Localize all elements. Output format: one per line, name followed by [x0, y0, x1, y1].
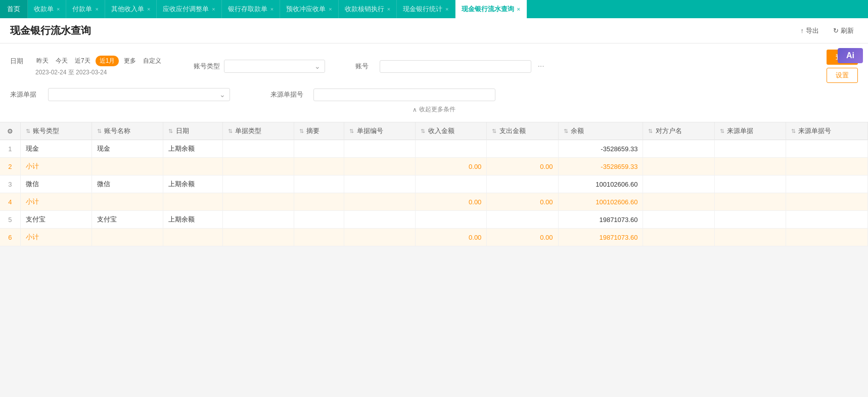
close-icon[interactable]: ×: [445, 6, 448, 12]
close-icon[interactable]: ×: [329, 6, 332, 12]
ai-badge[interactable]: Ai: [838, 48, 863, 63]
table-header-row: ⚙ 账号类型 账号名称 日期 单据类型: [0, 122, 868, 140]
nav-tab-qitashouru[interactable]: 其他收入单 ×: [105, 0, 157, 18]
table-cell: [416, 140, 487, 158]
nav-tab-yushoudan[interactable]: 预收冲应收单 ×: [280, 0, 338, 18]
sort-icon[interactable]: [228, 127, 234, 135]
date-shortcut-1month[interactable]: 近1月: [96, 56, 119, 66]
nav-tab-xianjintongji[interactable]: 现金银行统计 ×: [397, 0, 455, 18]
table-cell: [786, 175, 867, 193]
table-row[interactable]: 1现金现金上期余额-3528659.33: [0, 140, 868, 158]
close-icon[interactable]: ×: [147, 6, 150, 12]
table-cell: [344, 229, 415, 246]
table-cell: [294, 175, 344, 193]
table-row[interactable]: 6小计0.000.0019871073.60: [0, 229, 868, 246]
close-icon[interactable]: ×: [57, 6, 60, 12]
table-cell: [222, 158, 294, 175]
col-income: 收入金额: [416, 122, 487, 140]
table-row[interactable]: 5支付宝支付宝上期余额19871073.60: [0, 211, 868, 229]
nav-home[interactable]: 首页: [0, 0, 28, 18]
source-doc-label: 来源单据: [10, 90, 38, 99]
page-title: 现金银行流水查询: [10, 24, 91, 37]
date-label: 日期: [10, 57, 30, 66]
sort-icon[interactable]: [791, 127, 797, 135]
table-row[interactable]: 2小计0.000.00-3528659.33: [0, 158, 868, 175]
table-cell: [786, 229, 867, 246]
col-balance: 余额: [558, 122, 643, 140]
collapse-bar[interactable]: ∧ 收起更多条件: [10, 103, 858, 118]
sort-icon[interactable]: [720, 127, 725, 135]
table-cell: [92, 158, 163, 175]
close-icon[interactable]: ×: [95, 6, 98, 12]
table-cell: 3: [0, 175, 20, 193]
table-cell: [643, 229, 714, 246]
table-cell: 0.00: [487, 193, 558, 211]
date-shortcut-more[interactable]: 更多: [122, 56, 138, 66]
table-cell: [643, 158, 714, 175]
table-cell: [163, 158, 222, 175]
export-button[interactable]: ↑ 导出: [797, 24, 824, 37]
date-shortcut-custom[interactable]: 自定义: [141, 56, 163, 66]
col-summary: 摘要: [294, 122, 344, 140]
table-cell: [344, 158, 415, 175]
table-cell: 0.00: [487, 158, 558, 175]
data-table: ⚙ 账号类型 账号名称 日期 单据类型: [0, 122, 868, 246]
col-account-name: 账号名称: [92, 122, 163, 140]
sort-icon[interactable]: [97, 127, 103, 135]
nav-tab-shoukuanhexiao[interactable]: 收款核销执行 ×: [339, 0, 397, 18]
table-cell: 微信: [20, 175, 92, 193]
date-shortcut-today[interactable]: 今天: [54, 56, 70, 66]
account-input[interactable]: [380, 60, 531, 73]
sort-icon[interactable]: [349, 127, 355, 135]
filter-area: 日期 昨天 今天 近7天 近1月 更多 自定义 2023-02-24 至 202…: [0, 43, 868, 122]
table-cell: 19871073.60: [558, 211, 643, 229]
more-options-icon[interactable]: ···: [537, 62, 544, 71]
table-cell: [294, 158, 344, 175]
sort-icon[interactable]: [564, 127, 569, 135]
filter-row-1: 日期 昨天 今天 近7天 近1月 更多 自定义 2023-02-24 至 202…: [10, 50, 858, 83]
close-icon[interactable]: ×: [517, 6, 520, 12]
sort-icon[interactable]: [299, 127, 305, 135]
table-cell: 微信: [92, 175, 163, 193]
date-shortcut-yesterday[interactable]: 昨天: [34, 56, 51, 66]
table-cell: [294, 211, 344, 229]
nav-tab-fukuandan[interactable]: 付款单 ×: [66, 0, 105, 18]
table-cell: 2: [0, 158, 20, 175]
account-type-select[interactable]: [224, 60, 325, 73]
close-icon[interactable]: ×: [212, 6, 215, 12]
gear-icon[interactable]: ⚙: [7, 127, 13, 135]
close-icon[interactable]: ×: [270, 6, 273, 12]
date-shortcut-7days[interactable]: 近7天: [73, 56, 93, 66]
settings-button[interactable]: 设置: [827, 68, 858, 83]
sort-icon[interactable]: [421, 127, 426, 135]
nav-tab-yingshoutiaozheng[interactable]: 应收应付调整单 ×: [157, 0, 221, 18]
table-cell: 支付宝: [20, 211, 92, 229]
table-cell: [786, 193, 867, 211]
refresh-button[interactable]: ↻ 刷新: [829, 24, 858, 37]
table-cell: [714, 175, 786, 193]
source-doc-select[interactable]: [48, 88, 230, 101]
table-cell: -3528659.33: [558, 140, 643, 158]
table-row[interactable]: 3微信微信上期余额100102606.60: [0, 175, 868, 193]
chevron-down-icon: [219, 91, 225, 99]
table-cell: 5: [0, 211, 20, 229]
table-cell: [786, 140, 867, 158]
table-cell: 小计: [20, 193, 92, 211]
table-cell: [786, 211, 867, 229]
nav-tab-yinhangcunkuandan[interactable]: 银行存取款单 ×: [222, 0, 280, 18]
top-nav: 首页 收款单 × 付款单 × 其他收入单 × 应收应付调整单 × 银行存取款单 …: [0, 0, 868, 18]
sort-icon[interactable]: [168, 127, 174, 135]
nav-tab-shoukuandan[interactable]: 收款单 ×: [28, 0, 66, 18]
source-doc-no-input[interactable]: [313, 89, 495, 101]
nav-tab-liushuichaxun[interactable]: 现金银行流水查询 ×: [455, 0, 527, 18]
sort-icon[interactable]: [648, 127, 654, 135]
sort-icon[interactable]: [26, 127, 31, 135]
table-cell: [222, 140, 294, 158]
close-icon[interactable]: ×: [387, 6, 390, 12]
sort-icon[interactable]: [492, 127, 497, 135]
table-row[interactable]: 4小计0.000.00100102606.60: [0, 193, 868, 211]
table-cell: [714, 211, 786, 229]
table-cell: 支付宝: [92, 211, 163, 229]
page-header: 现金银行流水查询 ↑ 导出 ↻ 刷新: [0, 18, 868, 43]
col-gear[interactable]: ⚙: [0, 122, 20, 140]
